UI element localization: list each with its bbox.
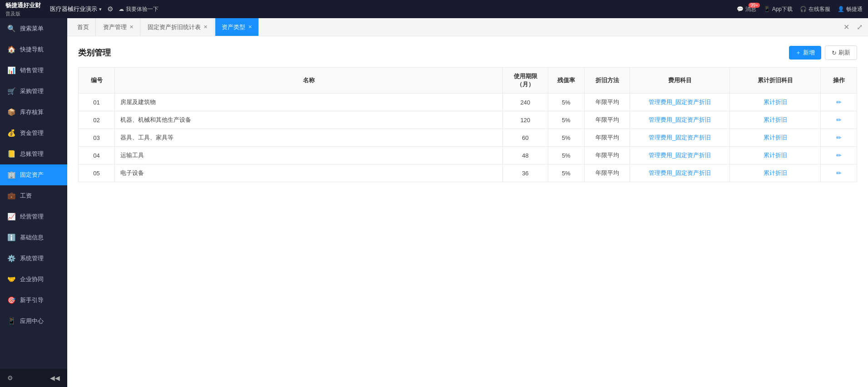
sidebar-item-system[interactable]: ⚙️ 系统管理 [0,248,67,269]
cell-accum-1: 累计折旧 [730,111,821,129]
edit-icon-3[interactable]: ✏ [836,152,842,159]
cell-op-0[interactable]: ✏ [821,94,857,111]
col-header-period: 使用期限（月） [503,68,548,94]
sidebar-item-ledger[interactable]: 📒 总账管理 [0,144,67,164]
cell-name-4: 电子设备 [115,164,503,182]
sidebar-label-basic-info: 基础信息 [20,233,44,242]
table-row: 03 器具、工具、家具等 60 5% 年限平均 管理费用_固定资产折旧 累计折旧… [79,129,857,147]
cell-accum-4: 累计折旧 [730,164,821,182]
sidebar-item-payroll[interactable]: 💼 工资 [0,185,67,206]
cell-op-3[interactable]: ✏ [821,147,857,164]
app-version: 普及版 [5,10,41,17]
refresh-label: 刷新 [838,49,850,57]
cell-residual-0: 5% [548,94,585,111]
sidebar-item-guide[interactable]: 🎯 新手引导 [0,290,67,311]
table-row: 05 电子设备 36 5% 年限平均 管理费用_固定资产折旧 累计折旧 ✏ [79,164,857,182]
apps-icon: 📱 [7,317,15,325]
cell-expense-2: 管理费用_固定资产折旧 [630,129,730,147]
tab-depreciation-table[interactable]: 固定资产折旧统计表 ✕ [141,18,214,36]
box-icon: 📦 [7,108,15,116]
refresh-icon: ↻ [832,50,837,56]
sidebar-item-inventory[interactable]: 📦 库存核算 [0,102,67,123]
sidebar: 🔍 搜索菜单 🏠 快捷导航 📊 销售管理 🛒 采购管理 📦 库存核算 💰 资金管… [0,18,67,387]
tab-bar-right: ✕ ⤢ [842,21,864,33]
col-header-no: 编号 [79,68,115,94]
experience-label: 我要体验一下 [126,5,159,13]
message-action[interactable]: 💬 消息 99 [737,5,756,13]
col-header-residual: 残值率 [548,68,585,94]
home-icon: 🏠 [7,45,15,54]
sidebar-item-enterprise[interactable]: 🤝 企业协同 [0,269,67,290]
user-action[interactable]: 👤 畅捷通 [838,5,863,13]
sidebar-item-search[interactable]: 🔍 搜索菜单 [0,18,67,39]
tab-asset-mgmt-close[interactable]: ✕ [129,24,134,30]
tab-asset-type[interactable]: 资产类型 ✕ [215,18,259,36]
tab-asset-type-close[interactable]: ✕ [248,24,252,30]
target-icon: 🎯 [7,296,15,304]
sidebar-item-sales[interactable]: 📊 销售管理 [0,60,67,81]
new-button[interactable]: ＋ 新增 [789,46,821,60]
edit-icon-1[interactable]: ✏ [836,116,842,124]
experience-button[interactable]: ☁ 我要体验一下 [119,5,159,13]
sidebar-item-operations[interactable]: 📈 经营管理 [0,206,67,227]
cell-name-1: 机器、机械和其他生产设备 [115,111,503,129]
sidebar-item-purchase[interactable]: 🛒 采购管理 [0,81,67,102]
edit-icon-2[interactable]: ✏ [836,134,842,141]
tab-bar: 首页 资产管理 ✕ 固定资产折旧统计表 ✕ 资产类型 ✕ ✕ ⤢ [67,18,868,36]
handshake-icon: 🤝 [7,275,15,283]
tab-bar-left: 首页 资产管理 ✕ 固定资产折旧统计表 ✕ 资产类型 ✕ [71,18,259,36]
cell-no-0: 01 [79,94,115,111]
cloud-icon: ☁ [119,6,124,12]
sidebar-item-fixed-assets[interactable]: 🏢 固定资产 [0,164,67,185]
cell-period-4: 36 [503,164,548,182]
edit-icon-0[interactable]: ✏ [836,99,842,106]
briefcase-icon: 💼 [7,192,15,200]
cell-method-1: 年限平均 [585,111,630,129]
sidebar-item-capital[interactable]: 💰 资金管理 [0,123,67,144]
sidebar-label-sales: 销售管理 [20,66,44,74]
page-header: 类别管理 ＋ 新增 ↻ 刷新 [78,45,857,60]
company-selector[interactable]: 医疗器械行业演示 ▾ [50,5,102,13]
tab-asset-mgmt[interactable]: 资产管理 ✕ [97,18,140,36]
edit-icon-4[interactable]: ✏ [836,169,842,177]
refresh-button[interactable]: ↻ 刷新 [825,45,857,60]
app-download-action[interactable]: 📱 App下载 [764,5,793,13]
tab-close-window-button[interactable]: ✕ [842,21,851,33]
headset-icon: 🎧 [800,6,807,12]
cell-op-2[interactable]: ✏ [821,129,857,147]
sidebar-item-app-center[interactable]: 📱 应用中心 [0,311,67,332]
cell-name-3: 运输工具 [115,147,503,164]
page-title: 类别管理 [78,47,111,58]
page-actions: ＋ 新增 ↻ 刷新 [789,45,857,60]
table-row: 02 机器、机械和其他生产设备 120 5% 年限平均 管理费用_固定资产折旧 … [79,111,857,129]
online-service-action[interactable]: 🎧 在线客服 [800,5,830,13]
tab-expand-button[interactable]: ⤢ [855,21,864,33]
cell-op-4[interactable]: ✏ [821,164,857,182]
tab-home[interactable]: 首页 [71,18,96,36]
col-header-method: 折旧方法 [585,68,630,94]
category-table: 编号 名称 使用期限（月） 残值率 折旧方法 费用科目 累计折旧科目 操作 01… [78,67,857,182]
cell-method-3: 年限平均 [585,147,630,164]
cell-op-1[interactable]: ✏ [821,111,857,129]
collapse-button[interactable]: ◀◀ [50,374,60,382]
sidebar-label-app-center: 应用中心 [20,317,44,325]
cell-expense-3: 管理费用_固定资产折旧 [630,147,730,164]
settings-footer-button[interactable]: ⚙ [7,374,13,382]
cell-period-3: 48 [503,147,548,164]
tab-depreciation-close[interactable]: ✕ [203,24,208,30]
cell-period-1: 120 [503,111,548,129]
company-name: 医疗器械行业演示 [50,5,97,13]
building-icon: 🏢 [7,171,15,179]
sidebar-item-basic-info[interactable]: ℹ️ 基础信息 [0,227,67,248]
cell-accum-3: 累计折旧 [730,147,821,164]
phone-icon: 📱 [764,6,770,12]
cell-expense-4: 管理费用_固定资产折旧 [630,164,730,182]
cell-no-2: 03 [79,129,115,147]
header-right-actions: 💬 消息 99 📱 App下载 🎧 在线客服 👤 畅捷通 [737,5,863,13]
sidebar-item-quick-nav[interactable]: 🏠 快捷导航 [0,39,67,60]
cell-period-0: 240 [503,94,548,111]
page-content: 类别管理 ＋ 新增 ↻ 刷新 编号 名称 [67,36,868,387]
settings-button[interactable]: ⚙ [105,3,115,15]
table-header-row: 编号 名称 使用期限（月） 残值率 折旧方法 费用科目 累计折旧科目 操作 [79,68,857,94]
sidebar-label-enterprise: 企业协同 [20,275,44,283]
